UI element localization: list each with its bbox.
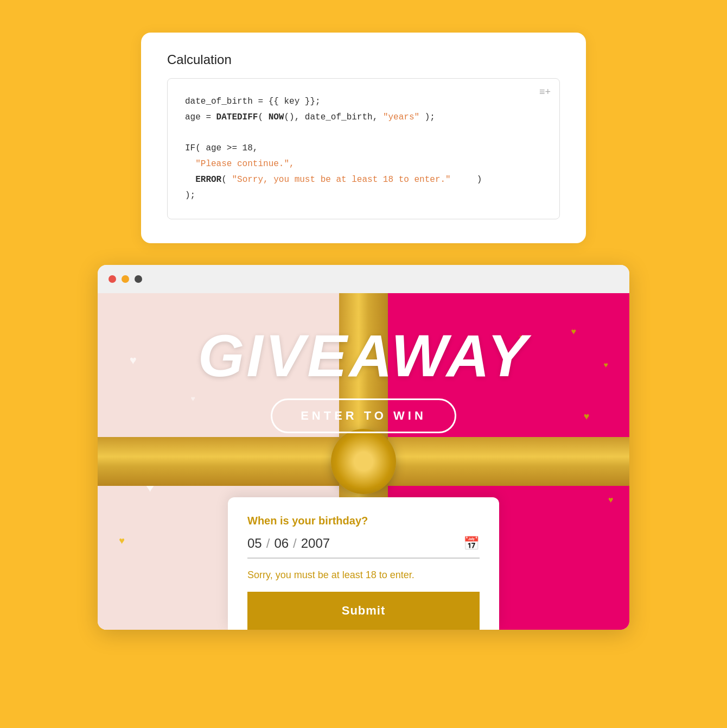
calendar-icon[interactable]: 📅 bbox=[463, 536, 480, 551]
error-message: Sorry, you must be at least 18 to enter. bbox=[247, 569, 480, 581]
date-sep-2: / bbox=[293, 536, 297, 551]
code-block: ≡+ date_of_birth = {{ key }}; age = DATE… bbox=[167, 78, 560, 219]
browser-bar bbox=[98, 265, 629, 293]
calc-card-title: Calculation bbox=[167, 52, 560, 67]
date-year[interactable]: 2007 bbox=[301, 536, 330, 551]
date-day[interactable]: 06 bbox=[274, 536, 289, 551]
submit-button[interactable]: Submit bbox=[247, 592, 480, 630]
enter-to-win-button[interactable]: ENTER TO WIN bbox=[271, 398, 456, 433]
code-content: date_of_birth = {{ key }}; age = DATEDIF… bbox=[185, 94, 542, 204]
dot-close[interactable] bbox=[109, 275, 116, 283]
code-add-icon[interactable]: ≡+ bbox=[539, 86, 551, 98]
date-sep-1: / bbox=[266, 536, 270, 551]
birthday-question-label: When is your birthday? bbox=[247, 515, 480, 527]
dot-minimize[interactable] bbox=[122, 275, 129, 283]
calculation-card: Calculation ≡+ date_of_birth = {{ key }}… bbox=[141, 33, 586, 243]
date-input-row[interactable]: 05 / 06 / 2007 📅 bbox=[247, 536, 480, 559]
date-month[interactable]: 05 bbox=[247, 536, 262, 551]
giveaway-title: GIVEAWAY bbox=[198, 326, 530, 385]
dot-maximize[interactable] bbox=[135, 275, 142, 283]
browser-window: ♥ ♥ ♥ ♥ ♥ ♥ ♥ ♥ ♥ ♥ GIVEAWAY bbox=[98, 265, 629, 630]
birthday-form-card: When is your birthday? 05 / 06 / 2007 📅 … bbox=[228, 497, 499, 630]
browser-content: ♥ ♥ ♥ ♥ ♥ ♥ ♥ ♥ ♥ ♥ GIVEAWAY bbox=[98, 293, 629, 630]
